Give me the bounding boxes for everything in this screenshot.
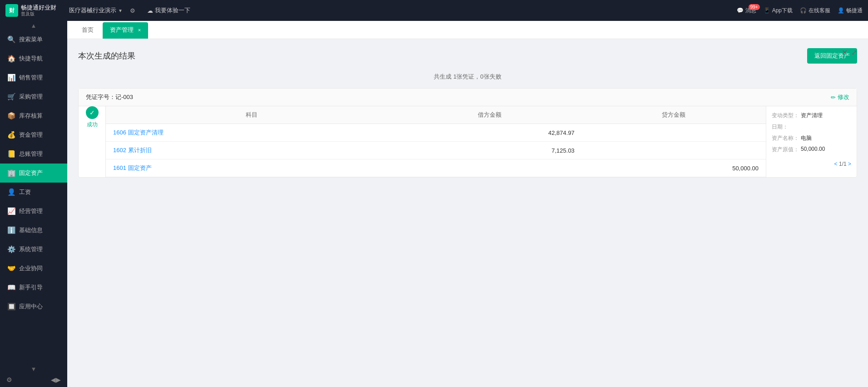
tab-asset-mgmt-label: 资产管理 xyxy=(110,26,134,33)
fixed-assets-icon: 🏢 xyxy=(7,169,15,177)
table-row: 1601 固定资产 50,000.00 xyxy=(106,159,766,177)
credit-cell xyxy=(582,142,766,159)
prev-page-icon[interactable]: < xyxy=(834,161,838,167)
sidebar-item-label: 库存核算 xyxy=(19,112,43,120)
subject-cell[interactable]: 1606 固定资产清理 xyxy=(106,124,398,142)
subject-cell[interactable]: 1602 累计折旧 xyxy=(106,142,398,159)
col-header-credit: 贷方金额 xyxy=(582,106,766,124)
sidebar-item-purchase[interactable]: 🛒 采购管理 xyxy=(0,87,67,106)
voucher-card: 凭证字号：记-003 ✏ 修改 ✓ 成功 xyxy=(78,88,857,178)
voucher-table: 科目 借方金额 贷方金额 1606 固定资产清理 42,874.97 xyxy=(106,106,766,177)
asset-name-value: 电脑 xyxy=(801,134,812,142)
debit-cell xyxy=(398,159,582,177)
company-selector[interactable]: 医疗器械行业演示 ▼ xyxy=(69,6,123,15)
subject-cell[interactable]: 1601 固定资产 xyxy=(106,159,398,177)
sidebar-item-label: 搜索菜单 xyxy=(19,35,43,44)
service-icon: 🎧 xyxy=(800,7,807,14)
edit-label: 修改 xyxy=(838,93,849,101)
try-label: 我要体验一下 xyxy=(155,6,190,15)
sidebar-item-quick-nav[interactable]: 🏠 快捷导航 xyxy=(0,49,67,68)
home-icon: 🏠 xyxy=(7,55,15,63)
settings-bottom-icon[interactable]: ⚙ xyxy=(6,376,12,383)
tab-home[interactable]: 首页 xyxy=(74,22,101,39)
sidebar-item-guide[interactable]: 📖 新手引导 xyxy=(0,278,67,297)
success-checkmark-icon: ✓ xyxy=(86,106,99,119)
sidebar-item-inventory[interactable]: 📦 库存核算 xyxy=(0,106,67,125)
sidebar-item-sales[interactable]: 📊 销售管理 xyxy=(0,68,67,87)
content-area: 首页 资产管理 × ✕ ⤢ 本次生成的结果 返回固定资产 共生成 1张凭证，0张… xyxy=(67,21,868,387)
sidebar-bottom: ⚙ ◀▶ xyxy=(0,372,67,387)
online-service-label: 在线客服 xyxy=(808,7,830,15)
page-content: ✕ ⤢ 本次生成的结果 返回固定资产 共生成 1张凭证，0张失败 凭证字号：记-… xyxy=(67,39,868,387)
main-layout: ▲ 🔍 搜索菜单 🏠 快捷导航 📊 销售管理 🛒 采购管理 📦 库存核算 xyxy=(0,21,868,387)
top-bar: 财 畅捷通好业财 普及版 医疗器械行业演示 ▼ ⚙ ☁ 我要体验一下 💬 消息 … xyxy=(0,0,868,21)
app-download-label: App下载 xyxy=(772,7,793,15)
message-btn[interactable]: 💬 消息 99+ xyxy=(737,7,756,15)
sidebar-scroll-up[interactable]: ▲ xyxy=(0,21,67,30)
try-button[interactable]: ☁ 我要体验一下 xyxy=(147,6,190,15)
logo-area: 财 畅捷通好业财 普及版 xyxy=(5,4,56,17)
user-avatar-icon: 👤 xyxy=(838,7,844,14)
top-bar-left: 财 畅捷通好业财 普及版 医疗器械行业演示 ▼ ⚙ ☁ 我要体验一下 xyxy=(5,4,190,17)
voucher-header: 凭证字号：记-003 ✏ 修改 xyxy=(79,89,857,106)
table-row: 1602 累计折旧 7,125.03 xyxy=(106,142,766,159)
tab-close-icon[interactable]: × xyxy=(138,27,141,33)
purchase-icon: 🛒 xyxy=(7,93,15,101)
edit-button[interactable]: ✏ 修改 xyxy=(831,93,849,101)
change-type-value: 资产清理 xyxy=(801,112,823,119)
sidebar-scroll-down[interactable]: ▼ xyxy=(0,364,67,373)
ledger-icon: 📒 xyxy=(7,150,15,158)
company-name: 医疗器械行业演示 xyxy=(69,6,116,15)
edit-icon: ✏ xyxy=(831,94,836,101)
sidebar-item-system[interactable]: ⚙️ 系统管理 xyxy=(0,240,67,259)
sidebar-item-app-center[interactable]: 🔲 应用中心 xyxy=(0,297,67,316)
close-panel-icon[interactable]: ✕ xyxy=(842,48,848,57)
settings-icon[interactable]: ⚙ xyxy=(126,4,139,17)
asset-name-label: 资产名称： xyxy=(772,134,799,142)
inventory-icon: 📦 xyxy=(7,112,15,120)
debit-cell: 42,874.97 xyxy=(398,124,582,142)
success-indicator: ✓ 成功 xyxy=(79,106,106,177)
sidebar-item-label: 应用中心 xyxy=(19,303,43,311)
cooperation-icon: 🤝 xyxy=(7,264,15,273)
side-info-panel: 变动类型： 资产清理 日期： 资产名称： 电脑 资产原值： xyxy=(766,106,857,177)
download-icon: 📱 xyxy=(764,7,770,14)
app-download-btn[interactable]: 📱 App下载 xyxy=(764,7,793,15)
tab-asset-mgmt[interactable]: 资产管理 × xyxy=(103,22,148,39)
sidebar-item-label: 销售管理 xyxy=(19,74,43,82)
date-label: 日期： xyxy=(772,123,788,131)
sidebar-item-cooperation[interactable]: 🤝 企业协同 xyxy=(0,259,67,278)
original-value-row: 资产原值： 50,000.00 xyxy=(772,146,851,154)
guide-icon: 📖 xyxy=(7,283,15,292)
sidebar-item-label: 系统管理 xyxy=(19,245,43,253)
expand-panel-icon[interactable]: ⤢ xyxy=(851,48,857,57)
sidebar-item-finance[interactable]: 💰 资金管理 xyxy=(0,125,67,144)
sidebar-item-operations[interactable]: 📈 经营管理 xyxy=(0,202,67,221)
sidebar-item-ledger[interactable]: 📒 总账管理 xyxy=(0,144,67,164)
system-icon: ⚙️ xyxy=(7,245,15,253)
change-type-row: 变动类型： 资产清理 xyxy=(772,112,851,119)
sidebar-item-fixed-assets[interactable]: 🏢 固定资产 xyxy=(0,164,67,183)
payroll-icon: 👤 xyxy=(7,188,15,196)
user-menu[interactable]: 👤 畅捷通 xyxy=(838,7,863,15)
debit-cell: 7,125.03 xyxy=(398,142,582,159)
pagination: < 1/1 > xyxy=(772,157,851,167)
sidebar-item-label: 固定资产 xyxy=(19,169,43,177)
sidebar-item-label: 工资 xyxy=(19,188,31,196)
sidebar-menu: 🔍 搜索菜单 🏠 快捷导航 📊 销售管理 🛒 采购管理 📦 库存核算 💰 xyxy=(0,21,67,372)
sidebar-item-payroll[interactable]: 👤 工资 xyxy=(0,183,67,202)
online-service-btn[interactable]: 🎧 在线客服 xyxy=(800,7,830,15)
asset-name-row: 资产名称： 电脑 xyxy=(772,134,851,142)
collapse-icon[interactable]: ◀▶ xyxy=(51,376,61,383)
next-page-icon[interactable]: > xyxy=(848,161,851,167)
sidebar-item-label: 新手引导 xyxy=(19,283,43,292)
sidebar-item-label: 采购管理 xyxy=(19,93,43,101)
page-title: 本次生成的结果 xyxy=(78,50,135,61)
sidebar-item-search[interactable]: 🔍 搜索菜单 xyxy=(0,30,67,49)
tab-bar: 首页 资产管理 × xyxy=(67,21,868,39)
tab-home-label: 首页 xyxy=(82,26,94,33)
sidebar-item-label: 基础信息 xyxy=(19,226,43,234)
date-row: 日期： xyxy=(772,123,851,131)
original-value-label: 资产原值： xyxy=(772,146,799,154)
sidebar-item-basic-info[interactable]: ℹ️ 基础信息 xyxy=(0,221,67,240)
